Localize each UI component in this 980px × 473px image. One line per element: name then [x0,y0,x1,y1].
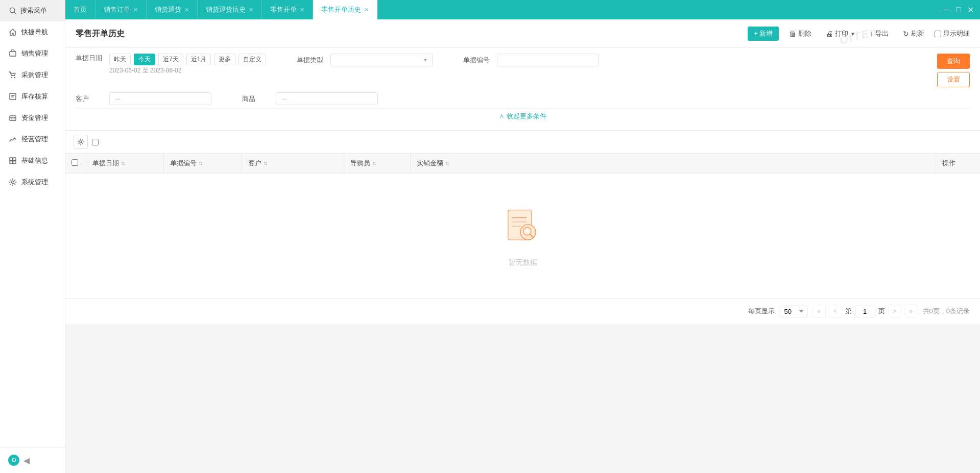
tab-retail-open[interactable]: 零售开单 ✕ [262,0,313,19]
th-customer-label: 客户 [248,159,261,168]
export-button[interactable]: ↑ 导出 [866,27,893,40]
sidebar-search[interactable]: 搜索采单 [0,0,65,21]
refresh-button[interactable]: ↻ 刷新 [899,27,928,40]
table-toolbar [65,131,980,154]
sidebar-item-operations[interactable]: 经营管理 [0,129,65,150]
customer-input[interactable]: ··· [109,92,211,105]
more-date-btn[interactable]: 更多 [214,54,235,65]
tab-retail-history-close[interactable]: ✕ [364,7,369,13]
first-page-btn[interactable]: « [812,305,826,318]
refresh-icon: ↻ [903,30,909,38]
yesterday-btn[interactable]: 昨天 [109,54,131,65]
page-title-row: 零售开单历史 + 新增 🗑 删除 🖨 打印 ▼ ↑ 导出 [76,27,970,41]
collapse-filter-btn[interactable]: ∧ 收起更多条件 [496,109,549,124]
home-icon [8,28,17,37]
tab-return-history[interactable]: 销货退货历史 ✕ [198,0,262,19]
sort-amount-icon[interactable]: ⇅ [445,161,449,166]
empty-text: 暂无数据 [509,258,537,267]
date-buttons: 昨天 今天 近7天 近1月 更多 自定义 [109,54,266,65]
print-icon: 🖨 [826,30,833,38]
sidebar-label-quick-nav: 快捷导航 [21,28,48,37]
svg-rect-10 [13,161,16,164]
tab-retail-open-close[interactable]: ✕ [300,7,304,13]
th-action-label: 操作 [942,159,955,167]
delete-button[interactable]: 🗑 删除 [785,27,816,40]
sidebar-label-inventory: 库存核算 [21,92,48,101]
last-month-btn[interactable]: 近1月 [186,54,211,65]
sidebar-item-sys-mgmt[interactable]: 系统管理 [0,171,65,193]
date-filter-label: 单据日期 [76,54,104,63]
query-button[interactable]: 查询 [937,54,970,69]
setting-button[interactable]: 设置 [937,72,970,87]
sidebar-item-finance[interactable]: 资金管理 [0,107,65,129]
tab-sales-order-close[interactable]: ✕ [133,7,138,13]
tab-retail-history-label: 零售开单历史 [321,5,361,14]
page-input[interactable] [855,306,875,317]
sidebar-item-quick-nav[interactable]: 快捷导航 [0,21,65,43]
sort-date-icon[interactable]: ⇅ [121,161,125,166]
svg-point-12 [80,141,82,143]
doc-type-select[interactable] [330,54,433,66]
tab-retail-history[interactable]: 零售开单历史 ✕ [313,0,377,19]
last7-btn[interactable]: 近7天 [158,54,183,65]
finance-icon [8,113,17,122]
th-salesperson: 导购员 ⇅ [344,154,410,173]
svg-rect-9 [10,161,13,164]
tab-sales-return[interactable]: 销货退货 ✕ [147,0,198,19]
delete-icon: 🗑 [789,30,796,38]
page-label: 第 [845,307,852,316]
table-settings-btn[interactable] [74,135,88,149]
tab-return-history-close[interactable]: ✕ [249,7,253,13]
next-page-btn[interactable]: > [888,305,901,318]
svg-rect-7 [10,158,13,161]
custom-date-btn[interactable]: 自定义 [238,54,266,65]
maximize-btn[interactable]: □ [956,5,961,14]
page-suffix: 页 [878,307,885,316]
sidebar-item-basic-info[interactable]: 基础信息 [0,150,65,171]
per-page-select[interactable]: 50 10 20 100 [780,306,807,317]
filter-area: 单据日期 昨天 今天 近7天 近1月 更多 自定义 2023-06-02 至 2… [65,47,980,131]
select-all-checkbox[interactable] [92,139,99,145]
sidebar-search-label: 搜索采单 [20,6,47,15]
doc-type-wrapper [330,54,433,66]
th-salesperson-label: 导购员 [350,159,370,168]
close-btn[interactable]: ✕ [967,5,974,15]
sidebar-item-inventory[interactable]: 库存核算 [0,86,65,107]
sales-icon [8,49,17,58]
today-btn[interactable]: 今天 [134,54,155,65]
last-page-btn[interactable]: » [904,305,918,318]
tab-sales-order[interactable]: 销售订单 ✕ [95,0,147,19]
doc-no-input[interactable] [497,54,599,66]
tab-home[interactable]: 首页 [65,0,95,19]
th-amount: 实销金额 ⇅ [411,154,936,173]
svg-point-11 [12,181,14,184]
thead-checkbox[interactable] [71,159,78,166]
main-area: 首页 销售订单 ✕ 销货退货 ✕ 销货退货历史 ✕ 零售开单 ✕ 零售开单历史 … [65,0,980,473]
svg-rect-2 [10,52,16,56]
tab-sales-return-close[interactable]: ✕ [184,7,189,13]
display-detail-checkbox[interactable] [935,31,941,37]
sort-customer-icon[interactable]: ⇅ [264,161,268,166]
minimize-btn[interactable]: — [942,5,950,14]
print-button[interactable]: 🖨 打印 ▼ [822,27,859,40]
collapse-btn[interactable]: ◀ [23,456,30,465]
display-detail-toggle[interactable]: 显示明细 [935,29,970,38]
page-navigation: « < 第 页 > » [812,305,918,318]
tab-sales-order-label: 销售订单 [104,5,130,14]
svg-point-3 [11,77,12,78]
new-button[interactable]: + 新增 [748,27,779,41]
prev-page-btn[interactable]: < [829,305,842,318]
svg-point-4 [14,77,15,78]
settings-btn[interactable]: ⚙ [8,455,19,466]
basic-icon [8,156,17,165]
product-input[interactable]: ··· [276,92,378,105]
sidebar-item-sales-mgmt[interactable]: 销售管理 [0,43,65,64]
tab-retail-open-label: 零售开单 [270,5,297,14]
sidebar-item-purchase-mgmt[interactable]: 采购管理 [0,64,65,86]
sort-salesperson-icon[interactable]: ⇅ [372,161,376,166]
sidebar-label-purchase: 采购管理 [21,70,48,80]
sidebar: 搜索采单 快捷导航 销售管理 采购管理 [0,0,65,473]
tab-return-history-label: 销货退货历史 [206,5,246,14]
sort-no-icon[interactable]: ⇅ [199,161,203,166]
window-controls: — □ ✕ [942,5,980,15]
